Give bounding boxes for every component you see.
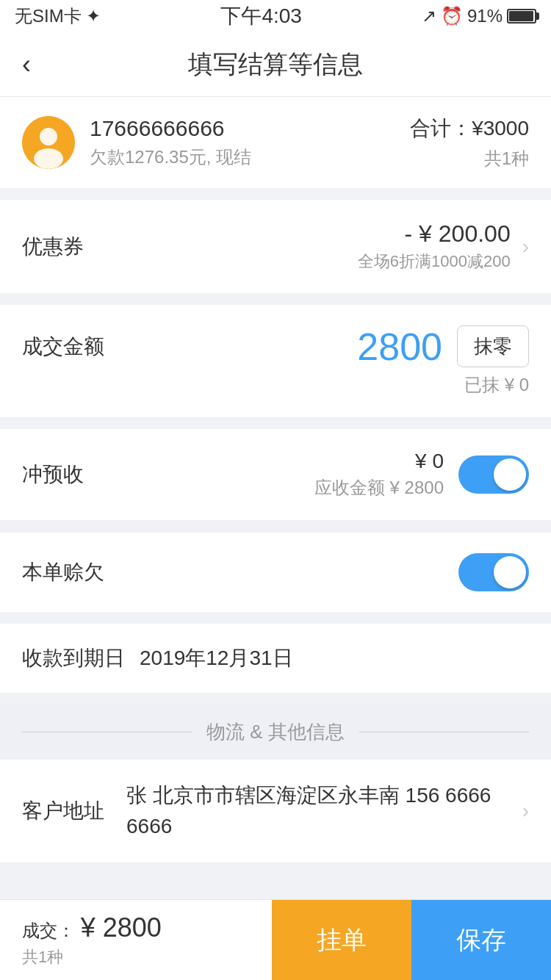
customer-summary: 合计：¥3000 共1种 bbox=[410, 115, 529, 170]
divider-line-left bbox=[22, 732, 192, 732]
address-row[interactable]: 客户地址 张 北京市市辖区海淀区永丰南 156 6666 6666 › bbox=[0, 760, 551, 862]
debt-toggle-knob bbox=[494, 556, 526, 588]
divider-line-right bbox=[359, 732, 529, 732]
bottom-deal-label: 成交： bbox=[22, 920, 75, 940]
bottom-count: 共1种 bbox=[22, 946, 250, 968]
deal-amount-value: 2800 bbox=[357, 328, 442, 366]
avatar bbox=[22, 116, 75, 169]
duedate-value: 2019年12月31日 bbox=[140, 644, 293, 672]
customer-left: 17666666666 欠款1276.35元, 现结 bbox=[22, 116, 251, 169]
prepay-section: 冲预收 ¥ 0 应收金额 ¥ 2800 bbox=[0, 429, 551, 521]
prepay-values: ¥ 0 应收金额 ¥ 2800 bbox=[314, 450, 444, 500]
deal-subtotal: 已抹 ¥ 0 bbox=[22, 373, 529, 397]
address-value: 张 北京市市辖区海淀区永丰南 156 6666 6666 bbox=[126, 780, 522, 842]
toggle-knob bbox=[494, 458, 526, 491]
alarm-icon: ⏰ bbox=[441, 6, 463, 26]
customer-debt: 欠款1276.35元, 现结 bbox=[90, 145, 251, 169]
coupon-discount-amount: - ¥ 200.00 bbox=[358, 220, 511, 248]
address-label: 客户地址 bbox=[22, 797, 104, 825]
prepay-toggle[interactable] bbox=[458, 455, 529, 494]
round-off-button[interactable]: 抹零 bbox=[457, 325, 529, 367]
prepay-amount: ¥ 0 bbox=[314, 450, 444, 473]
address-chevron-icon: › bbox=[522, 799, 529, 823]
prepay-label: 冲预收 bbox=[22, 461, 84, 489]
svg-point-1 bbox=[40, 128, 57, 145]
status-left: 无SIM卡 ✦ bbox=[15, 4, 101, 28]
deal-amount-label: 成交金额 bbox=[22, 333, 104, 361]
content: 17666666666 欠款1276.35元, 现结 合计：¥3000 共1种 … bbox=[0, 97, 551, 980]
chevron-right-icon: › bbox=[522, 235, 529, 259]
debt-toggle[interactable] bbox=[458, 553, 529, 591]
coupon-value: - ¥ 200.00 全场6折满1000减200 bbox=[358, 220, 511, 273]
customer-card: 17666666666 欠款1276.35元, 现结 合计：¥3000 共1种 bbox=[0, 97, 551, 188]
navigation-icon: ↗ bbox=[422, 6, 436, 26]
debt-label: 本单赊欠 bbox=[22, 558, 104, 586]
svg-point-2 bbox=[34, 148, 63, 169]
battery-percent: 91% bbox=[467, 6, 503, 26]
coupon-section: 优惠券 - ¥ 200.00 全场6折满1000减200 › bbox=[0, 200, 551, 293]
status-right: ↗ ⏰ 91% bbox=[422, 6, 536, 26]
customer-count: 共1种 bbox=[410, 147, 529, 170]
address-section: 客户地址 张 北京市市辖区海淀区永丰南 156 6666 6666 › bbox=[0, 760, 551, 862]
deal-amount-group: 2800 抹零 bbox=[357, 325, 529, 367]
deal-amount-row: 成交金额 2800 抹零 bbox=[22, 325, 529, 367]
status-time: 下午4:03 bbox=[220, 2, 302, 30]
logistics-label: 物流 & 其他信息 bbox=[192, 719, 359, 745]
header: ‹ 填写结算等信息 bbox=[0, 32, 551, 97]
avatar-icon bbox=[22, 116, 75, 169]
save-button[interactable]: 保存 bbox=[411, 900, 551, 980]
page-title: 填写结算等信息 bbox=[188, 48, 363, 82]
bottom-info: 成交： ¥ 2800 共1种 bbox=[0, 912, 272, 968]
sim-label: 无SIM卡 ✦ bbox=[15, 4, 101, 28]
debt-row: 本单赊欠 bbox=[0, 533, 551, 612]
customer-phone: 17666666666 bbox=[90, 116, 251, 141]
back-button[interactable]: ‹ bbox=[22, 49, 31, 80]
bottom-amount: ¥ 2800 bbox=[81, 912, 162, 943]
bottom-deal-row: 成交： ¥ 2800 bbox=[22, 912, 250, 943]
customer-info: 17666666666 欠款1276.35元, 现结 bbox=[90, 116, 251, 169]
hold-button[interactable]: 挂单 bbox=[272, 900, 411, 980]
bottom-bar: 成交： ¥ 2800 共1种 挂单 保存 bbox=[0, 899, 551, 980]
duedate-section: 收款到期日 2019年12月31日 bbox=[0, 624, 551, 693]
coupon-label: 优惠券 bbox=[22, 233, 84, 261]
coupon-description: 全场6折满1000减200 bbox=[358, 251, 511, 273]
receivable-amount: 应收金额 ¥ 2800 bbox=[314, 476, 444, 500]
battery-icon bbox=[507, 9, 536, 24]
debt-section: 本单赊欠 bbox=[0, 533, 551, 612]
duedate-label: 收款到期日 bbox=[22, 644, 125, 672]
bottom-actions: 挂单 保存 bbox=[272, 900, 551, 980]
coupon-right: - ¥ 200.00 全场6折满1000减200 › bbox=[358, 220, 529, 273]
coupon-row[interactable]: 优惠券 - ¥ 200.00 全场6折满1000减200 › bbox=[0, 200, 551, 293]
prepay-row: 冲预收 ¥ 0 应收金额 ¥ 2800 bbox=[0, 429, 551, 521]
customer-total: 合计：¥3000 bbox=[410, 115, 529, 143]
status-bar: 无SIM卡 ✦ 下午4:03 ↗ ⏰ 91% bbox=[0, 0, 551, 32]
deal-amount-section: 成交金额 2800 抹零 已抹 ¥ 0 bbox=[0, 305, 551, 417]
logistics-divider: 物流 & 其他信息 bbox=[0, 705, 551, 760]
prepay-right: ¥ 0 应收金额 ¥ 2800 bbox=[314, 450, 529, 500]
duedate-row: 收款到期日 2019年12月31日 bbox=[22, 644, 529, 672]
